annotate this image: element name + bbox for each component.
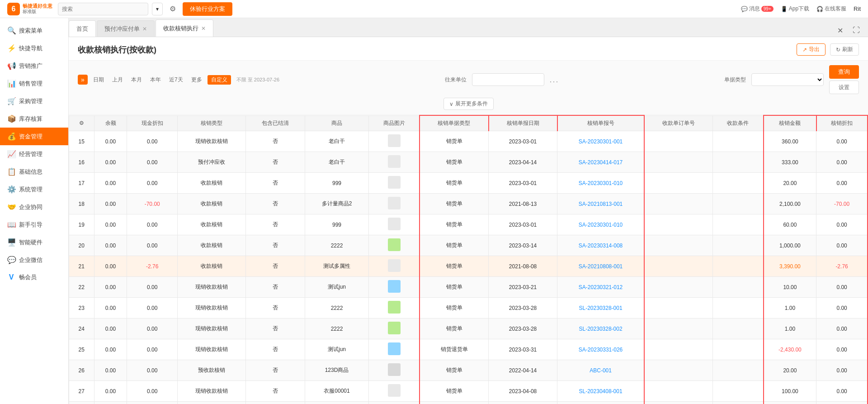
sidebar-item-operations[interactable]: 📈 经营管理 xyxy=(0,145,68,163)
bill-report-no-link[interactable]: SA-20230331-026 xyxy=(579,347,623,353)
col-receipt-order-no-header: 收款单订单号 xyxy=(644,115,712,131)
tab-prepay-close[interactable]: ✕ xyxy=(142,26,147,32)
wechat-icon: 💬 xyxy=(7,256,15,264)
sidebar-item-basic[interactable]: 📋 基础信息 xyxy=(0,163,68,181)
date-btn-last-month[interactable]: 上月 xyxy=(109,75,126,85)
table-cell-bill-report-no[interactable]: SL-20230328-001 xyxy=(557,298,644,318)
table-cell-include-settled: 否 xyxy=(245,381,305,402)
tab-prepay[interactable]: 预付冲应付单 ✕ xyxy=(97,20,155,37)
table-cell-bill-report-no[interactable]: SA-20230301-010 xyxy=(557,214,644,235)
sidebar-item-wechat[interactable]: 💬 企业微信 xyxy=(0,251,68,269)
bill-type-select[interactable] xyxy=(751,73,824,86)
collab-icon: 🤝 xyxy=(7,203,15,211)
table-cell-cash-discount: 0.00 xyxy=(127,214,178,235)
sidebar-item-sales[interactable]: 📊 销售管理 xyxy=(0,75,68,92)
table-cell-bill-report-date: 2022-04-14 xyxy=(489,360,557,381)
table-cell-receipt-order-no xyxy=(644,235,712,256)
col-settings-header[interactable]: ⚙ xyxy=(69,115,94,131)
table-cell-bill-report-no[interactable]: SL-20230408-001 xyxy=(557,381,644,402)
sidebar-item-quick[interactable]: ⚡ 快捷导航 xyxy=(0,39,68,57)
table-cell-product-image xyxy=(369,360,420,381)
table-cell-bill-report-no[interactable]: ABC-001 xyxy=(557,360,644,381)
sidebar-item-inventory[interactable]: 📦 库存核算 xyxy=(0,110,68,128)
table-cell-bill-report-no[interactable]: SA-20230321-012 xyxy=(557,277,644,298)
bill-report-no-link[interactable]: SA-20230301-010 xyxy=(579,222,623,228)
sidebar-item-guide[interactable]: 📖 新手引导 xyxy=(0,216,68,233)
table-cell-bill-report-no[interactable]: SA-20230301-001 xyxy=(557,131,644,152)
maximize-icon[interactable]: ⛶ xyxy=(850,24,863,37)
settings-icon[interactable]: ⚙ xyxy=(166,3,179,15)
message-badge: 99+ xyxy=(761,6,774,12)
table-cell-bill-report-type: 销货单 xyxy=(420,214,488,235)
table-cell-balance: 0.00 xyxy=(94,131,127,152)
filter-dots: ... xyxy=(550,75,559,85)
table-cell-bill-report-no[interactable]: SA-20230301-010 xyxy=(557,173,644,194)
table-cell-cancel-type: 现销收款核销 xyxy=(178,318,245,339)
tab-home[interactable]: 首页 xyxy=(69,20,96,37)
table-cell-cancel-discount: 0.00 xyxy=(816,339,868,360)
table-settings-button[interactable]: 设置 xyxy=(829,81,859,94)
bill-report-no-link[interactable]: SA-20230301-001 xyxy=(579,138,623,145)
export-button[interactable]: ↗ 导出 xyxy=(797,43,826,56)
sidebar-item-hardware[interactable]: 🖥️ 智能硬件 xyxy=(0,233,68,251)
col-balance-header: 余额 xyxy=(94,115,127,131)
partner-input[interactable] xyxy=(472,73,544,86)
guide-icon: 📖 xyxy=(7,220,15,229)
date-btn-more[interactable]: 更多 xyxy=(189,75,205,85)
bill-report-no-link[interactable]: SL-20230328-002 xyxy=(579,326,623,332)
table-cell-bill-report-no[interactable]: SA-20210813-001 xyxy=(557,194,644,214)
sidebar-label-inventory: 库存核算 xyxy=(19,115,42,123)
date-btn-7days[interactable]: 近7天 xyxy=(166,75,186,85)
sidebar-label-vip: 畅会员 xyxy=(19,273,37,281)
sidebar-item-vip[interactable]: V 畅会员 xyxy=(0,269,68,286)
bill-report-no-link[interactable]: ABC-001 xyxy=(590,367,612,374)
table-cell-bill-report-no[interactable]: SA-20230314-008 xyxy=(557,235,644,256)
tab-receipt-cancel[interactable]: 收款核销执行 ✕ xyxy=(156,19,213,37)
app-download-btn[interactable]: 📱 App下载 xyxy=(781,5,809,13)
table-cell-balance: 0.00 xyxy=(94,235,127,256)
filter-expand-arrow[interactable]: » xyxy=(78,75,88,85)
bill-report-no-link[interactable]: SL-20230328-001 xyxy=(579,305,623,311)
bill-report-no-link[interactable]: SA-20230321-012 xyxy=(579,284,623,290)
sidebar-item-finance[interactable]: 💰 资金管理 xyxy=(0,128,68,145)
table-cell-bill-report-no[interactable]: SL-20230328-002 xyxy=(557,318,644,339)
sidebar-item-search[interactable]: 🔍 搜索菜单 xyxy=(0,22,68,39)
top-search-input[interactable] xyxy=(58,3,148,15)
table-cell-cancel-amount: 3,390.00 xyxy=(764,256,816,277)
table-cell-cash-discount: 0.00 xyxy=(127,131,178,152)
table-cell-bill-report-no[interactable]: SA-20210808-001 xyxy=(557,256,644,277)
table-cell-cancel-discount: 0.00 xyxy=(816,131,868,152)
message-btn[interactable]: 💬 消息 99+ xyxy=(741,5,774,13)
expand-chevron-icon: ∨ xyxy=(449,101,453,107)
table-cell-receipt-order-no xyxy=(644,381,712,402)
bill-report-no-link[interactable]: SL-20230408-001 xyxy=(579,388,623,394)
bill-report-no-link[interactable]: SA-20210813-001 xyxy=(579,201,623,207)
nav-dropdown[interactable]: ▾ xyxy=(152,3,163,15)
expand-more-btn[interactable]: ∨ 展开更多条件 xyxy=(443,98,494,110)
date-btn-this-year[interactable]: 本年 xyxy=(147,75,164,85)
sidebar-item-purchase[interactable]: 🛒 采购管理 xyxy=(0,92,68,110)
bill-report-no-link[interactable]: SA-20210808-001 xyxy=(579,263,623,270)
app-logo: 6 畅捷通好生意 标准版 xyxy=(7,3,52,15)
table-cell-bill-report-date: 2023-04-14 xyxy=(489,152,557,173)
query-button[interactable]: 查询 xyxy=(829,65,859,79)
close-window-icon[interactable]: ✕ xyxy=(834,24,846,37)
table-cell-bill-report-no[interactable]: SA-20230331-026 xyxy=(557,339,644,360)
table-cell-bill-report-no[interactable]: SA-20230414-017 xyxy=(557,152,644,173)
date-btn-custom[interactable]: 自定义 xyxy=(208,75,231,85)
refresh-button[interactable]: ↻ 刷新 xyxy=(830,43,859,56)
sidebar-item-marketing[interactable]: 📢 营销推广 xyxy=(0,57,68,75)
tab-receipt-cancel-close[interactable]: ✕ xyxy=(201,25,206,32)
industry-btn[interactable]: 休验行业方案 xyxy=(183,2,232,16)
table-cell-product: 999 xyxy=(305,173,369,194)
online-service-btn[interactable]: 🎧 在线客服 xyxy=(816,5,846,13)
col-cancel-discount-header: 核销折扣 xyxy=(816,115,868,131)
date-btn-this-month[interactable]: 本月 xyxy=(128,75,145,85)
bill-report-no-link[interactable]: SA-20230314-008 xyxy=(579,242,623,249)
table-cell-receipt-order-no xyxy=(644,214,712,235)
sidebar-item-collab[interactable]: 🤝 企业协同 xyxy=(0,198,68,216)
sidebar-item-system[interactable]: ⚙️ 系统管理 xyxy=(0,181,68,198)
bill-report-no-link[interactable]: SA-20230301-010 xyxy=(579,180,623,186)
table-cell-bill-report-no[interactable]: SL-20230418-001 xyxy=(557,402,644,404)
bill-report-no-link[interactable]: SA-20230414-017 xyxy=(579,159,623,166)
